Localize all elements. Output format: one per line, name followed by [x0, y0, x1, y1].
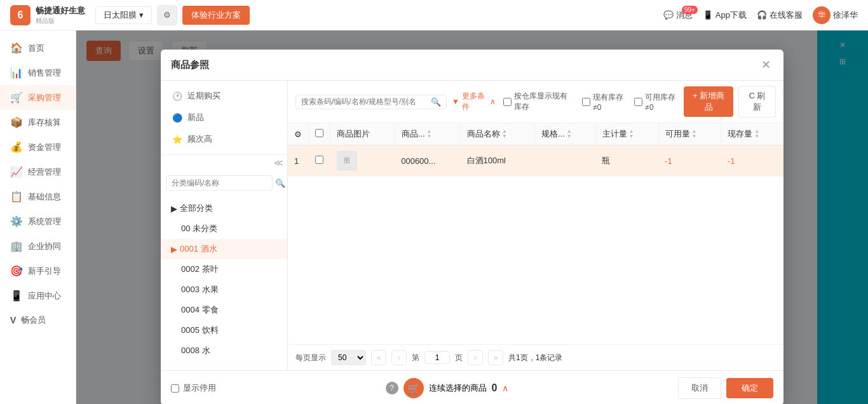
modal-close-button[interactable]: ✕ [758, 57, 773, 72]
logo-icon: 6 [10, 5, 31, 25]
customer-service-nav-item[interactable]: 🎧 在线客服 [757, 10, 803, 21]
sidebar-item-home[interactable]: 🏠 首页 [0, 36, 76, 60]
collapse-panel-button[interactable]: ≪ [274, 158, 283, 168]
sidebar-item-operations[interactable]: 📈 经营管理 [0, 159, 76, 184]
sidebar-item-label: 畅会员 [21, 314, 46, 326]
category-item-0003[interactable]: 0003 水果 [161, 279, 287, 300]
finance-icon: 💰 [10, 141, 23, 153]
messages-nav-item[interactable]: 💬 消息 99+ [663, 10, 693, 21]
sidebar-item-enterprise[interactable]: 🏢 企业协同 [0, 234, 76, 259]
cell-stock: -1 [721, 145, 783, 177]
user-nav-item[interactable]: 华 徐泽华 [813, 6, 858, 24]
th-settings[interactable]: ⚙ [288, 123, 309, 145]
cancel-button[interactable]: 取消 [678, 377, 721, 399]
table-row[interactable]: 1 图 000600... 白酒100ml 瓶 [288, 145, 783, 177]
sidebar-item-inventory[interactable]: 📦 库存核算 [0, 110, 76, 135]
product-search-input[interactable] [301, 97, 428, 106]
collapse-cart-button[interactable]: ∧ [502, 383, 508, 393]
trial-button[interactable]: 体验行业方案 [182, 6, 250, 25]
first-page-button[interactable]: « [371, 350, 386, 365]
sidebar-item-purchase[interactable]: 🛒 采购管理 [0, 85, 76, 110]
category-item-0002[interactable]: 0002 茶叶 [161, 259, 287, 279]
product-thumbnail: 图 [337, 151, 357, 171]
cell-spec [534, 145, 595, 177]
more-filter-button[interactable]: ▼ 更多条件 ∧ [452, 91, 496, 112]
toolbar-right: + 新增商品 C 刷新 [684, 86, 776, 118]
category-search-icon[interactable]: 🔍 [275, 178, 285, 188]
category-item-0004[interactable]: 0004 零食 [161, 300, 287, 320]
checkbox-usable-ne0[interactable]: 可用库存≠0 [634, 92, 679, 112]
sidebar-item-guide[interactable]: 🎯 新手引导 [0, 259, 76, 283]
category-item-0001[interactable]: ▶ 0001 酒水 [161, 239, 287, 259]
home-icon: 🏠 [10, 42, 23, 54]
table-header-row: ⚙ 商品图片 商品...▲▼ 商品名称▲▼ [288, 123, 783, 145]
help-icon[interactable]: ? [386, 382, 398, 394]
recent-buy-item[interactable]: 🕐 近期购买 [166, 86, 282, 106]
category-search-input[interactable] [166, 175, 273, 191]
th-name[interactable]: 商品名称▲▼ [461, 123, 535, 145]
th-stock[interactable]: 现存量▲▼ [721, 123, 783, 145]
show-disabled-checkbox[interactable] [171, 384, 179, 393]
sales-icon: 📊 [10, 67, 23, 79]
content-area: 查询 设置 刷新 ✕ ⊞ 商品参照 ✕ [76, 30, 868, 404]
th-checkbox[interactable] [309, 123, 330, 145]
logo-area: 6 畅捷通好生意 精品版 [10, 5, 85, 25]
row-checkbox[interactable] [315, 156, 323, 164]
sidebar-item-label: 库存核算 [28, 117, 61, 128]
add-product-button[interactable]: + 新增商品 [684, 86, 733, 117]
category-arrow-0001: ▶ [171, 245, 177, 254]
sidebar-item-label: 首页 [28, 43, 44, 54]
left-panel-top: 🕐 近期购买 🔵 新品 ⭐ 频次高 [161, 81, 287, 155]
sidebar-item-finance[interactable]: 💰 资金管理 [0, 135, 76, 159]
usable-ne0-checkbox[interactable] [634, 98, 642, 106]
sidebar-item-apps[interactable]: 📱 应用中心 [0, 283, 76, 308]
checkbox-available-ne0[interactable]: 现有库存≠0 [582, 92, 627, 112]
cell-code: 000600... [395, 145, 460, 177]
next-page-button[interactable]: › [468, 350, 483, 365]
enterprise-icon: 🏢 [10, 240, 23, 252]
category-item-0008[interactable]: 0008 水 [161, 340, 287, 361]
left-panel: 🕐 近期购买 🔵 新品 ⭐ 频次高 [161, 81, 288, 370]
product-search-box: 🔍 [295, 95, 447, 109]
category-all[interactable]: ▶ 全部分类 [161, 198, 287, 219]
cell-checkbox[interactable] [309, 145, 330, 177]
page-size-select[interactable]: 50 100 200 [331, 350, 366, 365]
last-page-button[interactable]: » [488, 350, 503, 365]
checkbox-by-warehouse[interactable]: 按仓库显示现有库存 [503, 91, 574, 112]
new-items-item[interactable]: 🔵 新品 [166, 107, 282, 128]
category-item-00[interactable]: 00 未分类 [161, 219, 287, 239]
category-item-0010[interactable]: 0010 家电 [161, 361, 287, 365]
main-layout: 🏠 首页 📊 销售管理 🛒 采购管理 📦 库存核算 💰 资金管理 📈 经营管理 … [0, 30, 868, 404]
app-download-nav-item[interactable]: 📱 App下载 [703, 10, 747, 21]
by-warehouse-checkbox[interactable] [503, 98, 512, 106]
th-available[interactable]: 可用量▲▼ [658, 123, 721, 145]
show-disabled-checkbox-label[interactable]: 显示停用 [171, 382, 216, 394]
search-icon[interactable]: 🔍 [431, 97, 441, 107]
settings-button[interactable]: ⚙ [157, 5, 177, 25]
sidebar-item-system[interactable]: ⚙️ 系统管理 [0, 209, 76, 234]
select-all-checkbox[interactable] [315, 129, 323, 137]
cart-label: 连续选择的商品 [429, 382, 487, 394]
sidebar-item-label: 应用中心 [28, 290, 61, 302]
sidebar: 🏠 首页 📊 销售管理 🛒 采购管理 📦 库存核算 💰 资金管理 📈 经营管理 … [0, 30, 76, 404]
sidebar-item-label: 基础信息 [28, 191, 61, 203]
th-spec[interactable]: 规格...▲▼ [534, 123, 595, 145]
page-input[interactable] [424, 351, 450, 364]
category-item-0005[interactable]: 0005 饮料 [161, 320, 287, 340]
sidebar-item-basic[interactable]: 📋 基础信息 [0, 184, 76, 209]
th-unit[interactable]: 主计量▲▼ [595, 123, 658, 145]
nav-selector[interactable]: 日太阳膜 ▾ [95, 6, 152, 24]
page-label: 第 [412, 353, 419, 363]
available-ne0-checkbox[interactable] [582, 98, 590, 106]
sidebar-item-member[interactable]: V 畅会员 [0, 308, 76, 332]
logo-text: 畅捷通好生意 精品版 [36, 5, 85, 25]
refresh-button[interactable]: C 刷新 [738, 86, 776, 118]
cart-icon[interactable]: 🛒 [403, 378, 424, 398]
pagination-bar: 每页显示 50 100 200 « ‹ 第 页 › [288, 344, 783, 370]
system-icon: ⚙️ [10, 215, 23, 227]
prev-page-button[interactable]: ‹ [391, 350, 407, 365]
sidebar-item-sales[interactable]: 📊 销售管理 [0, 60, 76, 85]
high-freq-item[interactable]: ⭐ 频次高 [166, 129, 282, 149]
confirm-button[interactable]: 确定 [726, 378, 773, 398]
th-code[interactable]: 商品...▲▼ [395, 123, 460, 145]
